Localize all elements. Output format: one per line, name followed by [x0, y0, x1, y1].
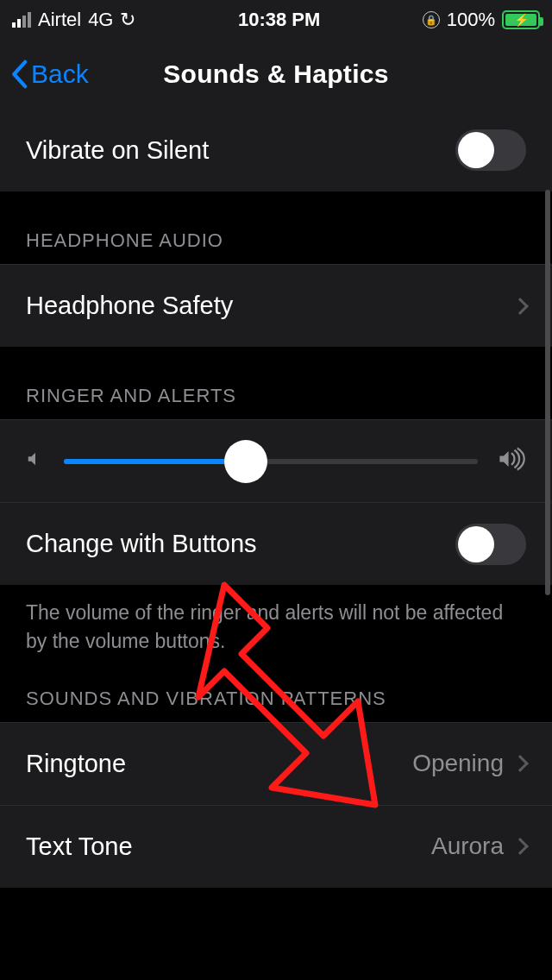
ringer-alerts-header: Ringer and Alerts — [0, 347, 552, 419]
change-with-buttons-row[interactable]: Change with Buttons — [0, 502, 552, 585]
status-right: 🔒 100% ⚡ — [423, 9, 540, 31]
chevron-right-icon — [511, 298, 529, 315]
rotation-lock-icon: 🔒 — [423, 11, 440, 28]
signal-bars-icon — [12, 12, 31, 28]
vibrate-on-silent-toggle[interactable] — [455, 129, 526, 171]
change-with-buttons-toggle[interactable] — [455, 524, 526, 565]
chevron-left-icon — [10, 60, 28, 89]
carrier-label: Airtel — [38, 9, 81, 31]
ringer-volume-row — [0, 419, 552, 502]
headphone-safety-label: Headphone Safety — [26, 292, 233, 320]
sounds-patterns-header: Sounds and Vibration Patterns — [0, 663, 552, 722]
back-button[interactable]: Back — [10, 60, 89, 89]
text-tone-value: Aurora — [431, 832, 504, 860]
change-with-buttons-label: Change with Buttons — [26, 530, 257, 558]
ringtone-value: Opening — [412, 750, 504, 777]
sync-icon: ↻ — [120, 9, 135, 31]
network-label: 4G — [88, 9, 113, 31]
battery-icon: ⚡ — [502, 10, 540, 29]
nav-bar: Back Sounds & Haptics — [0, 40, 552, 109]
status-bar: Airtel 4G ↻ 10:38 PM 🔒 100% ⚡ — [0, 0, 552, 40]
chevron-right-icon — [511, 838, 529, 855]
volume-low-icon — [26, 449, 45, 474]
text-tone-row[interactable]: Text Tone Aurora — [0, 805, 552, 888]
ringer-volume-slider[interactable] — [64, 459, 478, 464]
volume-high-icon — [497, 447, 526, 476]
status-left: Airtel 4G ↻ — [12, 9, 135, 31]
battery-percent: 100% — [447, 9, 495, 31]
ringtone-label: Ringtone — [26, 750, 126, 778]
vibrate-on-silent-row[interactable]: Vibrate on Silent — [0, 109, 552, 192]
text-tone-label: Text Tone — [26, 832, 133, 861]
headphone-safety-row[interactable]: Headphone Safety — [0, 264, 552, 347]
scrollbar[interactable] — [545, 190, 550, 595]
status-time: 10:38 PM — [238, 9, 320, 31]
chevron-right-icon — [511, 755, 529, 772]
headphone-audio-header: Headphone Audio — [0, 192, 552, 264]
vibrate-on-silent-label: Vibrate on Silent — [26, 136, 209, 165]
back-label: Back — [31, 60, 89, 89]
ringer-footer-text: The volume of the ringer and alerts will… — [0, 585, 552, 663]
ringtone-row[interactable]: Ringtone Opening — [0, 722, 552, 805]
